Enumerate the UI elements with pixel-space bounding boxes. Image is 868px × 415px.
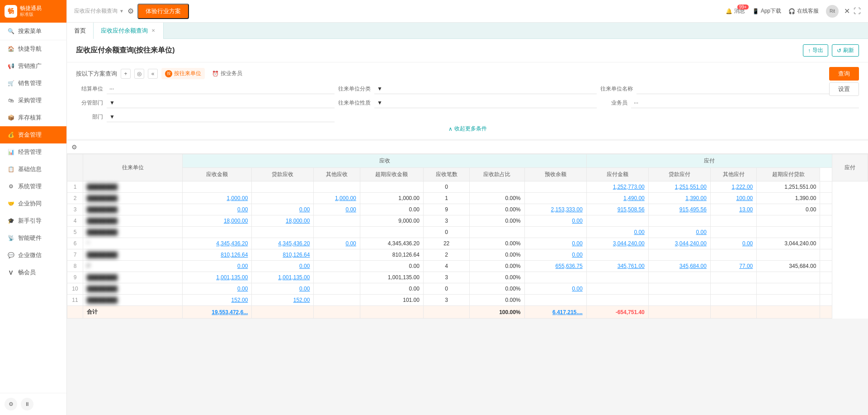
cell-ar_other[interactable]: 0.00: [314, 204, 360, 215]
filter-collapse-btn[interactable]: ∧ 收起更多条件: [76, 122, 859, 135]
cell-ap_loan[interactable]: 915,495.56: [648, 204, 710, 215]
avatar[interactable]: Rit: [826, 5, 839, 18]
cell-ap_amount[interactable]: 3,044,240.00: [586, 238, 648, 249]
cell-ar_loan[interactable]: [252, 227, 314, 238]
cell-ap_amount[interactable]: [586, 283, 648, 295]
cell-prepay_balance[interactable]: [524, 295, 586, 306]
cell-ar_amount[interactable]: 0.00: [183, 204, 252, 215]
cell-ap_amount[interactable]: 1,252,773.00: [586, 181, 648, 193]
cell-ap_loan[interactable]: [648, 215, 710, 227]
sidebar-item-finance[interactable]: 💰 资金管理: [0, 126, 66, 143]
cell-ap_other[interactable]: [710, 249, 756, 261]
cell-ap_loan[interactable]: 345,684.00: [648, 261, 710, 272]
export-button[interactable]: ↑ 导出: [803, 44, 828, 57]
query-button[interactable]: 查询: [829, 67, 859, 81]
app-download-action[interactable]: 📱 App下载: [752, 7, 781, 15]
messages-action[interactable]: 🔔 消息 99+: [726, 7, 745, 15]
scheme-salesman[interactable]: ⏰ 按业务员: [208, 68, 246, 79]
cell-ar_other[interactable]: [314, 181, 360, 193]
cell-ap_other[interactable]: 100.00: [710, 193, 756, 204]
sidebar-item-marketing[interactable]: 📢 营销推广: [0, 57, 66, 75]
tab-home[interactable]: 首页: [67, 23, 94, 39]
cell-ap_loan[interactable]: 0.00: [648, 227, 710, 238]
cell-ap_other[interactable]: 1,222.00: [710, 181, 756, 193]
cell-ar_loan[interactable]: 0.00: [252, 204, 314, 215]
dept-manage-select[interactable]: ▼: [107, 98, 335, 108]
promo-button[interactable]: 体验行业方案: [137, 4, 189, 19]
cell-ap_loan[interactable]: [648, 283, 710, 295]
cell-ap_other[interactable]: [710, 295, 756, 306]
settle-unit-select[interactable]: ···: [107, 84, 335, 94]
sidebar-item-wechat[interactable]: 💬 企业微信: [0, 247, 66, 264]
cell-ar_amount[interactable]: [183, 227, 252, 238]
cell-ar_amount[interactable]: 4,345,436.20: [183, 238, 252, 249]
refresh-button[interactable]: ↺ 刷新: [832, 44, 859, 57]
tab-close-icon[interactable]: ✕: [151, 27, 156, 34]
cell-ap_loan[interactable]: [648, 272, 710, 283]
tab-arbalance[interactable]: 应收应付余额查询 ✕: [94, 23, 164, 39]
cell-ar_amount[interactable]: 1,001,135.00: [183, 272, 252, 283]
cell-ap_loan[interactable]: [648, 295, 710, 306]
cell-ar_loan[interactable]: 0.00: [252, 261, 314, 272]
dept-select[interactable]: ▼: [107, 112, 335, 122]
close-icon[interactable]: ✕: [844, 7, 850, 15]
cell-ar_other[interactable]: 0.00: [314, 238, 360, 249]
setting-button[interactable]: 设置: [829, 82, 859, 96]
filter-collapse-scheme-btn[interactable]: «: [148, 69, 158, 79]
cell-ap_amount[interactable]: 1,490.00: [586, 193, 648, 204]
cell-ar_other[interactable]: [314, 272, 360, 283]
cell-ar_other[interactable]: [314, 249, 360, 261]
cell-prepay_balance[interactable]: [524, 272, 586, 283]
cell-prepay_balance[interactable]: 0.00: [524, 215, 586, 227]
cell-ap_amount[interactable]: 0.00: [586, 227, 648, 238]
cell-ar_loan[interactable]: 18,000.00: [252, 215, 314, 227]
sidebar-item-operation[interactable]: 📊 经营管理: [0, 143, 66, 161]
cell-ar_amount[interactable]: 0.00: [183, 261, 252, 272]
cell-ar_loan[interactable]: [252, 193, 314, 204]
maximize-icon[interactable]: ⛶: [854, 7, 861, 15]
cell-prepay_balance[interactable]: 0.00: [524, 283, 586, 295]
cell-ar_amount[interactable]: 810,126.64: [183, 249, 252, 261]
sidebar-collapse-btn[interactable]: ⏸: [21, 398, 33, 410]
cell-prepay_balance[interactable]: 0.00: [524, 249, 586, 261]
cell-ap_amount[interactable]: [586, 272, 648, 283]
cell-ar_loan[interactable]: 810,126.64: [252, 249, 314, 261]
sidebar-item-hardware[interactable]: 📡 智能硬件: [0, 229, 66, 247]
cell-ap_amount[interactable]: 345,761.00: [586, 261, 648, 272]
cell-ar_amount[interactable]: 18,000.00: [183, 215, 252, 227]
salesman-select[interactable]: ···: [631, 98, 859, 108]
cell-ap_amount[interactable]: 915,508.56: [586, 204, 648, 215]
cell-ar_loan[interactable]: [252, 181, 314, 193]
partner-nature-select[interactable]: ▼: [374, 98, 597, 108]
cell-ap_other[interactable]: 0.00: [710, 238, 756, 249]
sidebar-item-member[interactable]: V 畅会员: [0, 264, 66, 281]
cell-ap_amount[interactable]: [586, 249, 648, 261]
partner-name-input[interactable]: [637, 84, 859, 94]
cell-prepay_balance[interactable]: 2,153,333.00: [524, 204, 586, 215]
sidebar-item-inventory[interactable]: 📦 库存核算: [0, 109, 66, 126]
cell-ap_loan[interactable]: 3,044,240.00: [648, 238, 710, 249]
cell-ar_other[interactable]: [314, 295, 360, 306]
sidebar-item-quicknav[interactable]: 🏠 快捷导航: [0, 40, 66, 57]
cell-ar_other[interactable]: [314, 227, 360, 238]
cell-prepay_balance[interactable]: 0.00: [524, 238, 586, 249]
cell-ar_amount[interactable]: 0.00: [183, 283, 252, 295]
cell-prepay_balance[interactable]: [524, 227, 586, 238]
sidebar-item-search[interactable]: 🔍 搜索菜单: [0, 23, 66, 40]
filter-settings-btn[interactable]: ◎: [134, 69, 144, 79]
cell-ar_loan[interactable]: 1,001,135.00: [252, 272, 314, 283]
cell-ap_other[interactable]: [710, 215, 756, 227]
sidebar-item-sysadmin[interactable]: ⚙ 系统管理: [0, 178, 66, 195]
cell-ar_loan[interactable]: 152.00: [252, 295, 314, 306]
partner-category-select[interactable]: ▼: [374, 84, 597, 94]
cell-ap_amount[interactable]: [586, 215, 648, 227]
cell-prepay_balance[interactable]: [524, 181, 586, 193]
cell-ar_other[interactable]: [314, 215, 360, 227]
cell-ar_amount[interactable]: 152.00: [183, 295, 252, 306]
cell-ap_other[interactable]: 13.00: [710, 204, 756, 215]
filter-add-btn[interactable]: +: [121, 69, 131, 79]
cell-ar_amount[interactable]: [183, 181, 252, 193]
sidebar-item-bizcolab[interactable]: 🤝 企业协同: [0, 195, 66, 212]
cell-ar_loan[interactable]: 4,345,436.20: [252, 238, 314, 249]
sidebar-item-basicinfo[interactable]: 📋 基础信息: [0, 161, 66, 178]
